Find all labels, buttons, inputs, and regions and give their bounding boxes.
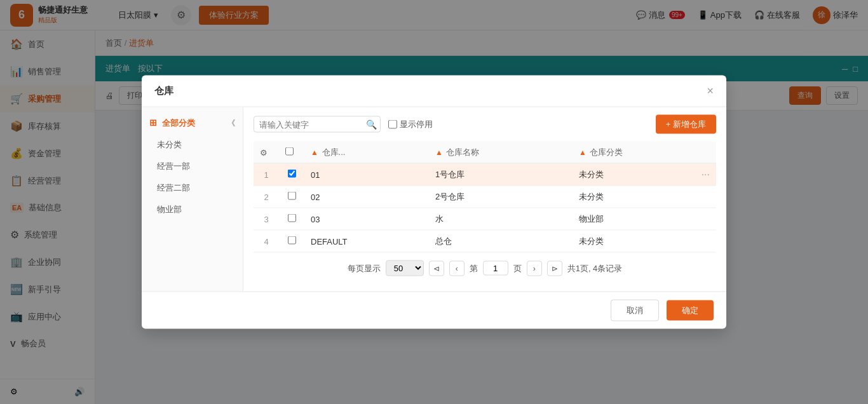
row-code: 01 xyxy=(304,163,429,185)
sort-icon2: ▲ xyxy=(435,148,443,157)
page-label: 第 xyxy=(470,262,478,274)
table-area: 🔍 显示停用 + 新增仓库 ⚙ ▲ xyxy=(243,107,726,292)
table-row[interactable]: 1 01 1号仓库 未分类 ··· xyxy=(254,163,716,185)
sort-icon3: ▲ xyxy=(579,148,587,157)
confirm-button[interactable]: 确定 xyxy=(667,300,714,321)
row-num: 4 xyxy=(254,230,279,252)
th-code: ▲ 仓库... xyxy=(304,142,429,164)
table-header: ⚙ ▲ 仓库... ▲ 仓库名称 ▲ xyxy=(254,142,716,164)
row-checkbox[interactable] xyxy=(288,170,296,178)
warehouse-modal: 仓库 × ⊞ 全部分类 《 未分类 经营一部 经营二部 物业部 🔍 xyxy=(142,76,726,329)
cancel-button[interactable]: 取消 xyxy=(611,300,659,321)
table-row[interactable]: 2 02 2号仓库 未分类 xyxy=(254,185,716,208)
category-item-3[interactable]: 物业部 xyxy=(142,199,243,220)
next-page-btn[interactable]: › xyxy=(527,260,542,276)
per-page-label: 每页显示 xyxy=(348,262,381,274)
grid-icon: ⊞ xyxy=(149,118,157,128)
modal-header: 仓库 × xyxy=(142,76,726,107)
table-toolbar: 🔍 显示停用 + 新增仓库 xyxy=(254,115,716,134)
sort-icon: ▲ xyxy=(311,148,318,157)
row-category: 未分类 xyxy=(573,230,716,252)
row-code: DEFAULT xyxy=(304,230,429,252)
row-code: 02 xyxy=(304,185,429,208)
row-check[interactable] xyxy=(279,163,304,185)
row-name: 总仓 xyxy=(429,230,573,252)
category-item-2[interactable]: 经营二部 xyxy=(142,177,243,199)
row-checkbox[interactable] xyxy=(288,236,296,245)
modal-body: ⊞ 全部分类 《 未分类 经营一部 经营二部 物业部 🔍 显示停用 xyxy=(142,107,726,292)
first-page-btn[interactable]: ⊲ xyxy=(429,260,444,276)
add-warehouse-button[interactable]: + 新增仓库 xyxy=(656,115,716,134)
prev-page-btn[interactable]: ‹ xyxy=(449,260,465,276)
row-check[interactable] xyxy=(279,208,304,230)
row-code: 03 xyxy=(304,208,429,230)
select-all-checkbox[interactable] xyxy=(285,147,294,156)
show-disabled-text: 显示停用 xyxy=(400,119,433,130)
warehouse-table: ⚙ ▲ 仓库... ▲ 仓库名称 ▲ xyxy=(254,142,716,253)
category-item-0[interactable]: 未分类 xyxy=(142,134,243,156)
row-num: 3 xyxy=(254,208,279,230)
row-name: 1号仓库 xyxy=(429,163,573,185)
row-num: 1 xyxy=(254,163,279,185)
table-row[interactable]: 3 03 水 物业部 xyxy=(254,208,716,230)
total-info: 共1页, 4条记录 xyxy=(567,262,623,274)
row-num: 2 xyxy=(254,185,279,208)
collapse-icon[interactable]: 《 xyxy=(227,118,235,128)
row-actions-icon[interactable]: ··· xyxy=(702,169,710,180)
category-sidebar: ⊞ 全部分类 《 未分类 经营一部 经营二部 物业部 xyxy=(142,107,243,292)
show-disabled-label[interactable]: 显示停用 xyxy=(388,119,433,130)
table-body: 1 01 1号仓库 未分类 ··· 2 02 2号仓库 未分类 3 xyxy=(254,163,716,252)
search-box[interactable]: 🔍 xyxy=(254,116,381,133)
th-category: ▲ 仓库分类 xyxy=(573,142,716,164)
search-input[interactable] xyxy=(259,119,366,129)
row-category: 未分类 xyxy=(573,185,716,208)
table-row[interactable]: 4 DEFAULT 总仓 未分类 xyxy=(254,230,716,252)
per-page-select[interactable]: 50 20 100 xyxy=(386,260,424,276)
modal-close-button[interactable]: × xyxy=(707,84,714,98)
row-checkbox[interactable] xyxy=(288,192,296,200)
page-input[interactable] xyxy=(483,261,508,276)
pagination: 每页显示 50 20 100 ⊲ ‹ 第 页 › ⊳ 共1页, 4条记录 xyxy=(254,253,716,284)
category-header-label: 全部分类 xyxy=(162,118,195,128)
row-category: 未分类 ··· xyxy=(573,163,716,185)
category-header[interactable]: ⊞ 全部分类 《 xyxy=(142,112,243,134)
th-name: ▲ 仓库名称 xyxy=(429,142,573,164)
modal-title: 仓库 xyxy=(154,85,173,97)
row-checkbox[interactable] xyxy=(288,214,296,222)
th-gear: ⚙ xyxy=(254,142,279,164)
row-name: 水 xyxy=(429,208,573,230)
search-icon[interactable]: 🔍 xyxy=(366,119,377,130)
show-disabled-checkbox[interactable] xyxy=(388,120,397,129)
row-check[interactable] xyxy=(279,185,304,208)
last-page-btn[interactable]: ⊳ xyxy=(547,260,562,276)
page-suffix: 页 xyxy=(513,262,522,274)
th-check xyxy=(279,142,304,164)
category-item-1[interactable]: 经营一部 xyxy=(142,156,243,177)
row-category: 物业部 xyxy=(573,208,716,230)
row-name: 2号仓库 xyxy=(429,185,573,208)
row-check[interactable] xyxy=(279,230,304,252)
modal-footer: 取消 确定 xyxy=(142,292,726,329)
